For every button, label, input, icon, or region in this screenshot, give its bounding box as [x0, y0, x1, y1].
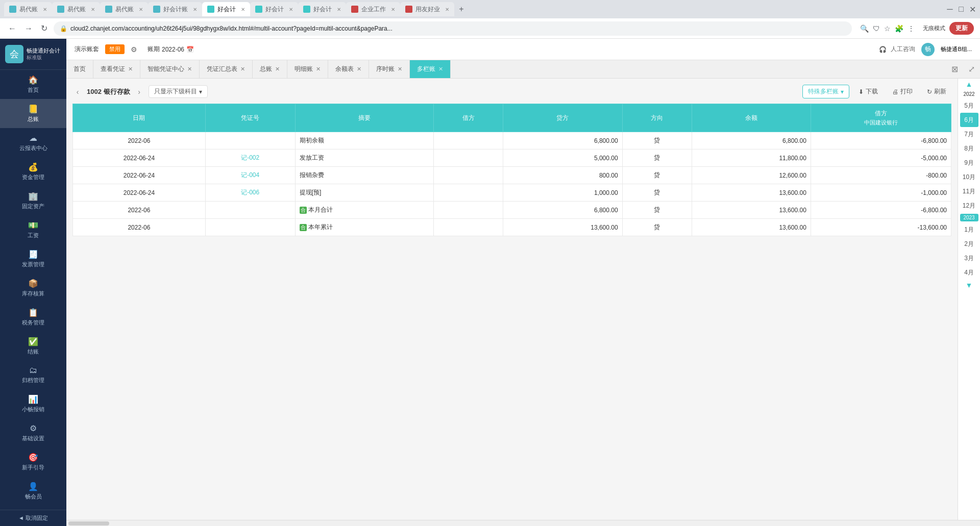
browser-tab-3[interactable]: 好会计账 ✕ — [148, 2, 202, 16]
cal-month-jun[interactable]: 6月 — [960, 113, 978, 127]
table-cell[interactable]: 记-006 — [205, 184, 295, 202]
nav-tab-general-ledger[interactable]: 总账 ✕ — [253, 60, 287, 79]
browser-tab-close-8[interactable]: ✕ — [445, 7, 449, 12]
browser-tab-2[interactable]: 易代账 ✕ — [100, 2, 148, 16]
browser-tab-close-2[interactable]: ✕ — [139, 7, 143, 12]
nav-tab-close-5[interactable]: ✕ — [316, 66, 321, 72]
tab-icon-5 — [255, 6, 262, 13]
reload-button[interactable]: ↻ — [39, 21, 50, 35]
sidebar-item-member[interactable]: 👤 畅会员 — [0, 477, 66, 506]
shield-icon[interactable]: 🛡 — [873, 24, 880, 33]
table-cell[interactable]: 记-004 — [205, 167, 295, 184]
settings-gear-icon[interactable]: ⚙ — [131, 45, 137, 54]
sidebar-item-tax[interactable]: 📋 税务管理 — [0, 303, 66, 332]
nav-tab-home[interactable]: 首页 — [66, 60, 93, 79]
calendar-icon[interactable]: 📅 — [186, 46, 194, 53]
close-button[interactable]: ✕ — [969, 6, 976, 13]
browser-tab-5[interactable]: 好会计 ✕ — [250, 2, 298, 16]
collapse-tabs-button[interactable]: ⊠ — [946, 64, 963, 74]
cal-month-jul[interactable]: 7月 — [960, 127, 978, 141]
browser-tab-close-0[interactable]: ✕ — [43, 7, 47, 12]
browser-tab-close-3[interactable]: ✕ — [193, 7, 197, 12]
sidebar-item-home[interactable]: 🏠 首页 — [0, 70, 66, 99]
nav-tab-smart-voucher[interactable]: 智能凭证中心 ✕ — [140, 60, 200, 79]
refresh-button[interactable]: ↻ 刷新 — [922, 85, 951, 98]
browser-tab-6[interactable]: 好会计 ✕ — [298, 2, 346, 16]
calendar-down-button[interactable]: ▼ — [960, 280, 978, 291]
sidebar-item-expense[interactable]: 📊 小畅报销 — [0, 389, 66, 418]
print-button[interactable]: 🖨 打印 — [887, 85, 918, 98]
cal-month-feb[interactable]: 2月 — [960, 237, 978, 251]
sidebar-item-settings[interactable]: ⚙ 基础设置 — [0, 418, 66, 447]
account-prev-button[interactable]: ‹ — [72, 87, 83, 97]
browser-tab-close-1[interactable]: ✕ — [91, 7, 95, 12]
nav-tab-close-6[interactable]: ✕ — [357, 66, 361, 72]
cal-month-nov[interactable]: 11月 — [960, 184, 978, 198]
sidebar-item-cloud-report[interactable]: ☁ 云报表中心 — [0, 128, 66, 157]
filter-dropdown[interactable]: 只显示下级科目 ▾ — [149, 85, 208, 98]
minimize-button[interactable]: ─ — [946, 6, 953, 13]
cal-month-oct[interactable]: 10月 — [960, 170, 978, 184]
maximize-button[interactable]: □ — [958, 6, 965, 13]
nav-tab-detail-ledger[interactable]: 明细账 ✕ — [287, 60, 328, 79]
cal-month-apr[interactable]: 4月 — [960, 265, 978, 280]
cal-month-may[interactable]: 5月 — [960, 98, 978, 113]
sidebar-item-close-account[interactable]: ✅ 结账 — [0, 332, 66, 361]
special-multicolumn-button[interactable]: 特殊多栏账 ▾ — [802, 85, 849, 98]
search-icon[interactable]: 🔍 — [860, 24, 869, 33]
browser-tab-close-4[interactable]: ✕ — [241, 7, 245, 12]
cal-month-sep[interactable]: 9月 — [960, 156, 978, 170]
user-avatar[interactable]: 畅 — [921, 43, 935, 56]
browser-tab-8[interactable]: 用友好业 ✕ — [400, 2, 454, 16]
nav-tab-close-8[interactable]: ✕ — [438, 66, 443, 72]
browser-tab-7[interactable]: 企业工作 ✕ — [346, 2, 400, 16]
user-service[interactable]: 🎧 人工咨询 — [879, 45, 915, 54]
nav-tab-close-2[interactable]: ✕ — [187, 66, 192, 72]
menu-icon[interactable]: ⋮ — [908, 24, 915, 33]
sidebar-item-tax-label: 税务管理 — [22, 319, 44, 327]
horizontal-scrollbar[interactable] — [66, 520, 980, 526]
cal-month-dec[interactable]: 12月 — [960, 198, 978, 213]
nav-tab-voucher-summary[interactable]: 凭证汇总表 ✕ — [200, 60, 253, 79]
download-button[interactable]: ⬇ 下载 — [853, 85, 883, 98]
sidebar-item-invoice[interactable]: 🧾 发票管理 — [0, 244, 66, 273]
star-icon[interactable]: ☆ — [884, 24, 891, 33]
sidebar-item-fixed-assets[interactable]: 🏢 固定资产 — [0, 186, 66, 215]
nav-tab-balance[interactable]: 余额表 ✕ — [328, 60, 369, 79]
nav-tab-journal[interactable]: 序时账 ✕ — [369, 60, 410, 79]
sidebar-item-payroll[interactable]: 💵 工资 — [0, 215, 66, 244]
cal-month-jan[interactable]: 1月 — [960, 222, 978, 237]
browser-tab-0[interactable]: 易代账 ✕ — [4, 2, 52, 16]
expand-panel-button[interactable]: ⤢ — [963, 64, 980, 74]
sidebar-item-inventory[interactable]: 📦 库存核算 — [0, 273, 66, 303]
browser-tab-4[interactable]: 好会计 ✕ — [202, 2, 250, 16]
update-button[interactable]: 更新 — [949, 22, 974, 35]
cal-month-aug[interactable]: 8月 — [960, 141, 978, 156]
nav-tab-close-3[interactable]: ✕ — [240, 66, 245, 72]
nav-tab-close-1[interactable]: ✕ — [128, 66, 133, 72]
address-bar[interactable]: 🔒 cloud2.chanjet.com/accounting/uh26t264… — [54, 21, 852, 36]
calendar-up-button[interactable]: ▲ — [960, 79, 978, 90]
nav-tab-close-7[interactable]: ✕ — [398, 66, 402, 72]
extensions-icon[interactable]: 🧩 — [895, 24, 903, 33]
browser-tab-1[interactable]: 易代账 ✕ — [52, 2, 100, 16]
sidebar-item-guide[interactable]: 🎯 新手引导 — [0, 447, 66, 477]
nav-tab-multicolumn[interactable]: 多栏账 ✕ — [410, 60, 451, 79]
nav-tab-view-voucher[interactable]: 查看凭证 ✕ — [93, 60, 140, 79]
table-cell[interactable]: 记-002 — [205, 149, 295, 167]
sidebar-pin-button[interactable]: ◄ 取消固定 — [0, 510, 66, 526]
browser-tab-close-5[interactable]: ✕ — [289, 7, 293, 12]
back-button[interactable]: ← — [6, 22, 18, 35]
account-next-button[interactable]: › — [134, 87, 144, 97]
sidebar-item-archive[interactable]: 🗂 归档管理 — [0, 361, 66, 389]
sidebar-item-fund[interactable]: 💰 资金管理 — [0, 157, 66, 186]
sidebar-item-ledger[interactable]: 📒 总账 — [0, 99, 66, 128]
cal-month-mar[interactable]: 3月 — [960, 251, 978, 265]
nav-tab-close-4[interactable]: ✕ — [275, 66, 280, 72]
browser-tab-close-6[interactable]: ✕ — [337, 7, 341, 12]
browser-tab-close-7[interactable]: ✕ — [391, 7, 395, 12]
browser-chrome: 易代账 ✕ 易代账 ✕ 易代账 ✕ 好会计账 ✕ 好会计 ✕ 好会计 ✕ — [0, 0, 980, 18]
scroll-thumb[interactable] — [68, 521, 109, 525]
new-tab-button[interactable]: + — [454, 2, 469, 16]
forward-button[interactable]: → — [22, 22, 35, 35]
